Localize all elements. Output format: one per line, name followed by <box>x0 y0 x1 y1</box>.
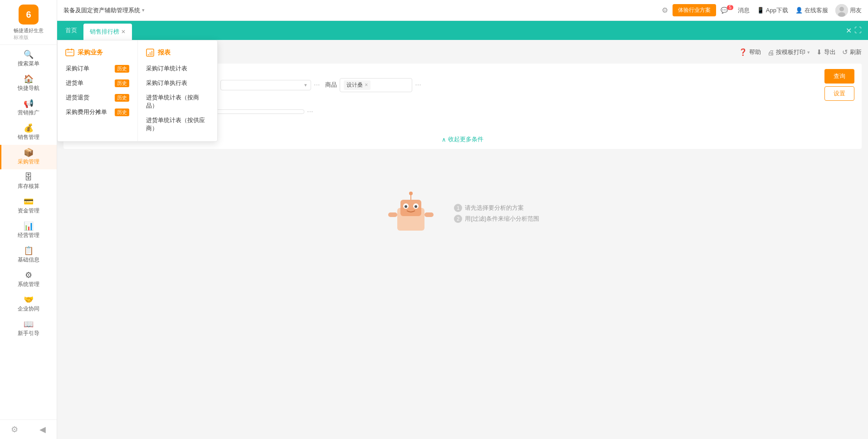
svg-rect-21 <box>388 212 397 217</box>
tab-expand-icon[interactable]: ⛶ <box>854 26 862 35</box>
history-badge-expense: 历史 <box>115 109 129 116</box>
help-btn[interactable]: ❓ 帮助 <box>739 48 761 56</box>
menu-item-return[interactable]: 进货退货 历史 <box>61 90 134 105</box>
topbar-chevron-icon: ▾ <box>142 7 145 13</box>
topbar-app-download[interactable]: 📱 App下载 <box>757 6 788 15</box>
history-badge-inbound: 历史 <box>115 79 129 87</box>
support-label: 在线客服 <box>805 6 828 15</box>
basic-icon: 📋 <box>24 247 34 255</box>
marketing-icon: 📢 <box>24 99 34 108</box>
purchase-dropdown-menu: 采购业务 采购订单 历史 进货单 历史 进货退货 历史 采购费用分摊单 历史 <box>57 40 218 142</box>
export-btn[interactable]: ⬇ 导出 <box>816 48 836 56</box>
menu-item-po-exec[interactable]: 采购订单执行表 <box>141 76 214 90</box>
empty-hint-2: 2 用[过滤]条件来缩小分析范围 <box>454 215 539 223</box>
sidebar-bottom: ⚙ ◀ <box>0 419 57 439</box>
menu-item-inbound[interactable]: 进货单 历史 <box>61 76 134 90</box>
menu-item-inbound-stat-goods[interactable]: 进货单统计表（按商品） <box>141 90 214 113</box>
topbar-title-dropdown[interactable]: 装备及固定资产辅助管理系统 ▾ <box>63 6 657 15</box>
purchase-report-icon <box>145 48 155 58</box>
collapse-icon: ∧ <box>442 136 446 143</box>
svg-text:6: 6 <box>26 10 31 20</box>
fund-icon: 💳 <box>24 197 34 206</box>
app-logo-icon: 6 <box>19 5 39 25</box>
query-button[interactable]: 查询 <box>824 69 854 84</box>
goods-label: 商品 <box>325 81 337 89</box>
empty-illustration <box>386 190 436 237</box>
empty-state: 1 请先选择要分析的方案 2 用[过滤]条件来缩小分析范围 <box>63 153 862 273</box>
svg-point-4 <box>838 12 845 17</box>
tabbar-right: ✕ ⛶ <box>846 26 866 35</box>
main-area: 装备及固定资产辅助管理系统 ▾ ⚙ 体验行业方案 💬 5 消息 📱 App下载 … <box>57 0 868 439</box>
sidebar-item-coop[interactable]: 🤝 企业协同 <box>0 292 57 316</box>
print-chevron-icon: ▾ <box>807 49 810 55</box>
sidebar: 6 畅捷通好生意 标准版 🔍 搜索菜单 🏠 快捷导航 📢 营销推广 💰 销售管理 <box>0 0 57 439</box>
history-badge-return: 历史 <box>115 94 129 102</box>
goods-tag-close[interactable]: × <box>365 82 368 88</box>
message-label: 消息 <box>738 6 750 15</box>
goods-tag: 设计桑 × <box>344 80 371 90</box>
doc-status-control[interactable]: ▾ <box>220 80 311 90</box>
svg-rect-14 <box>400 200 421 216</box>
print-btn[interactable]: 🖨 按模板打印 ▾ <box>767 48 810 56</box>
svg-point-3 <box>839 7 844 11</box>
history-badge-po: 历史 <box>115 65 129 73</box>
topbar-message[interactable]: 💬 5 消息 <box>721 6 750 15</box>
sidebar-item-search[interactable]: 🔍 搜索菜单 <box>0 47 57 71</box>
topbar: 装备及固定资产辅助管理系统 ▾ ⚙ 体验行业方案 💬 5 消息 📱 App下载 … <box>57 0 868 21</box>
doc-status-dots[interactable]: ··· <box>314 81 320 89</box>
purchase-business-icon <box>65 48 75 58</box>
sidebar-item-fund[interactable]: 💳 资金管理 <box>0 194 57 218</box>
setting-button[interactable]: 设置 <box>824 86 854 101</box>
sidebar-item-system[interactable]: ⚙ 系统管理 <box>0 267 57 292</box>
svg-point-18 <box>414 205 417 208</box>
tab-close-all-icon[interactable]: ✕ <box>846 26 852 35</box>
menu-item-po-stat[interactable]: 采购订单统计表 <box>141 61 214 76</box>
menu-item-expense[interactable]: 采购费用分摊单 历史 <box>61 105 134 119</box>
collapse-sidebar-icon[interactable]: ◀ <box>39 424 46 434</box>
tab-close-icon[interactable]: ✕ <box>121 29 126 35</box>
goods-dots[interactable]: ··· <box>415 81 421 89</box>
salesperson-dots[interactable]: ··· <box>307 108 313 116</box>
sidebar-item-marketing[interactable]: 📢 营销推广 <box>0 96 57 120</box>
sidebar-nav: 🔍 搜索菜单 🏠 快捷导航 📢 营销推广 💰 销售管理 📦 采购管理 🗄 库存核… <box>0 45 57 419</box>
guide-icon: 📖 <box>24 320 34 328</box>
svg-point-17 <box>405 205 407 208</box>
inventory-icon: 🗄 <box>24 173 33 181</box>
salesperson-control[interactable] <box>214 109 304 114</box>
menu-item-po[interactable]: 采购订单 历史 <box>61 61 134 76</box>
svg-rect-22 <box>424 212 434 217</box>
topbar-gear-icon[interactable]: ⚙ <box>662 6 668 15</box>
collapse-button[interactable]: ∧ 收起更多条件 <box>442 135 483 143</box>
sidebar-item-basic[interactable]: 📋 基础信息 <box>0 243 57 267</box>
sidebar-item-inventory[interactable]: 🗄 库存核算 <box>0 169 57 194</box>
sidebar-item-purchase[interactable]: 📦 采购管理 <box>0 145 57 169</box>
sidebar-item-quick[interactable]: 🏠 快捷导航 <box>0 71 57 96</box>
settings-bottom-icon[interactable]: ⚙ <box>11 424 18 434</box>
refresh-btn[interactable]: ↺ 刷新 <box>842 48 862 56</box>
app-label: App下载 <box>766 6 788 15</box>
tabbar: 首页 销售排行榜 ✕ ✕ ⛶ <box>57 21 868 40</box>
empty-hint-1: 1 请先选择要分析的方案 <box>454 204 524 212</box>
industry-btn[interactable]: 体验行业方案 <box>673 4 716 16</box>
step-2: 2 <box>454 215 462 223</box>
sales-icon: 💰 <box>24 124 34 132</box>
svg-rect-5 <box>66 49 74 56</box>
purchase-icon: 📦 <box>24 148 34 157</box>
tab-home[interactable]: 首页 <box>59 21 83 40</box>
user-avatar <box>835 4 848 17</box>
purchase-business-col: 采购业务 采购订单 历史 进货单 历史 进货退货 历史 采购费用分摊单 历史 <box>58 40 138 141</box>
sidebar-item-guide[interactable]: 📖 新手引导 <box>0 316 57 341</box>
sidebar-item-operation[interactable]: 📊 经营管理 <box>0 218 57 243</box>
topbar-support[interactable]: 👤 在线客服 <box>795 6 828 15</box>
coop-icon: 🤝 <box>24 296 34 304</box>
sidebar-item-sales[interactable]: 💰 销售管理 <box>0 120 57 145</box>
tab-sales-rank[interactable]: 销售排行榜 ✕ <box>83 24 132 40</box>
goods-control[interactable]: 设计桑 × <box>340 78 412 92</box>
operation-icon: 📊 <box>24 222 34 230</box>
purchase-report-col: 报表 采购订单统计表 采购订单执行表 进货单统计表（按商品） 进货单统计表（按供… <box>138 40 218 141</box>
filter-goods: 商品 设计桑 × ··· <box>325 78 421 92</box>
topbar-user[interactable]: 用友 <box>835 4 862 17</box>
home-icon: 🏠 <box>24 75 34 83</box>
menu-item-inbound-stat-supplier[interactable]: 进货单统计表（按供应商） <box>141 113 214 136</box>
svg-point-20 <box>409 192 413 195</box>
